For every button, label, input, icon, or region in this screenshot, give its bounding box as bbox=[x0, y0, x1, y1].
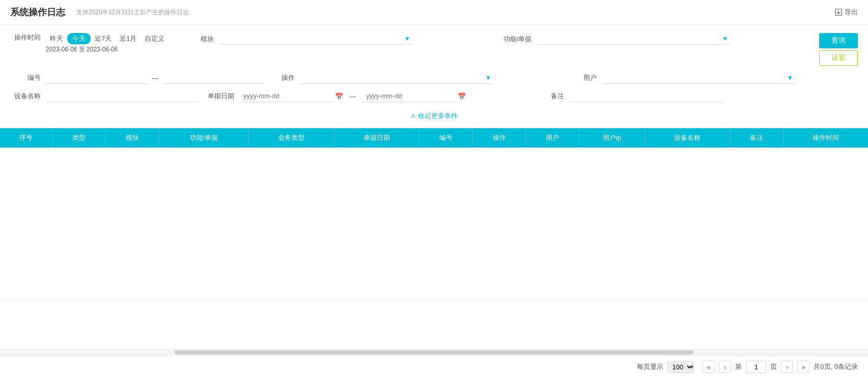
table-header-用户: 用户 bbox=[526, 128, 579, 148]
next-page-button[interactable]: › bbox=[781, 361, 793, 373]
date-end-input[interactable] bbox=[362, 90, 456, 102]
time-btn-custom[interactable]: 自定义 bbox=[141, 33, 169, 44]
prev-page-button[interactable]: ‹ bbox=[719, 361, 731, 373]
user-select[interactable]: ▼ bbox=[602, 72, 795, 84]
table-header-备注: 备注 bbox=[730, 128, 783, 148]
device-input[interactable] bbox=[46, 90, 199, 102]
operation-select[interactable]: ▼ bbox=[300, 72, 493, 84]
number-start-input[interactable] bbox=[46, 72, 148, 84]
calendar-icon-end[interactable]: 📅 bbox=[458, 93, 466, 100]
time-btn-today[interactable]: 今天 bbox=[67, 33, 91, 44]
operation-label: 操作 bbox=[264, 73, 300, 82]
table-header-操作: 操作 bbox=[472, 128, 525, 148]
table-header-单据日期: 单据日期 bbox=[334, 128, 419, 148]
number-label: 编号 bbox=[10, 73, 46, 82]
function-label: 功能/单据 bbox=[496, 35, 537, 44]
table-header-序号: 序号 bbox=[0, 128, 52, 148]
export-icon bbox=[834, 8, 843, 16]
time-btn-7days[interactable]: 近7天 bbox=[91, 33, 116, 44]
scrollbar-thumb[interactable] bbox=[175, 351, 693, 355]
page-suffix: 页 bbox=[770, 362, 777, 371]
table-header-设备名称: 设备名称 bbox=[645, 128, 730, 148]
page-title: 系统操作日志 bbox=[10, 6, 65, 18]
date-label: 单据日期 bbox=[199, 92, 239, 101]
function-select[interactable]: ▼ bbox=[537, 33, 731, 45]
function-dropdown-icon: ▼ bbox=[722, 35, 729, 42]
user-dropdown-icon: ▼ bbox=[787, 74, 793, 81]
time-label: 操作时间 bbox=[10, 33, 46, 42]
time-btn-yesterday[interactable]: 昨天 bbox=[46, 33, 67, 44]
table-header-类型: 类型 bbox=[52, 128, 105, 148]
note-label: 备注 bbox=[528, 92, 569, 101]
export-button[interactable]: 导出 bbox=[834, 8, 858, 17]
collapse-button[interactable]: ∧ 收起更多条件 bbox=[10, 108, 858, 124]
collapse-label: 收起更多条件 bbox=[418, 112, 458, 120]
table-header-编号: 编号 bbox=[419, 128, 472, 148]
time-range: 2023-06-06 至 2023-06-06 bbox=[46, 45, 169, 54]
horizontal-scrollbar[interactable] bbox=[0, 349, 868, 355]
time-btn-1month[interactable]: 近1月 bbox=[116, 33, 141, 44]
page-number-input[interactable] bbox=[746, 361, 766, 373]
export-label: 导出 bbox=[845, 8, 858, 17]
table-header-业务类型: 业务类型 bbox=[249, 128, 334, 148]
query-button[interactable]: 查询 bbox=[819, 33, 858, 48]
page-size-label: 每页显示 bbox=[637, 362, 663, 371]
date-start-input[interactable] bbox=[239, 90, 333, 102]
number-dash: — bbox=[148, 74, 162, 82]
page-subtitle: 支持2020年10月31日之后产生的操作日志 bbox=[76, 8, 189, 17]
data-table: 序号类型模块功能/单据业务类型单据日期编号操作用户用户ip设备名称备注操作时间 bbox=[0, 128, 868, 349]
table-header-功能/单据: 功能/单据 bbox=[159, 128, 248, 148]
module-dropdown-icon: ▼ bbox=[404, 35, 410, 42]
page-size-select[interactable]: 100 50 200 bbox=[667, 361, 694, 373]
number-end-input[interactable] bbox=[162, 72, 264, 84]
module-label: 模块 bbox=[183, 35, 219, 44]
user-label: 用户 bbox=[561, 73, 602, 82]
module-select[interactable]: ▼ bbox=[219, 33, 412, 45]
collapse-icon: ∧ bbox=[410, 112, 416, 120]
table-header-用户ip: 用户ip bbox=[579, 128, 645, 148]
date-dash: — bbox=[345, 93, 360, 100]
page-label: 第 bbox=[735, 362, 742, 371]
first-page-button[interactable]: « bbox=[703, 361, 715, 373]
page-total: 共0页, 0条记录 bbox=[814, 362, 858, 371]
operation-dropdown-icon: ▼ bbox=[485, 74, 491, 81]
calendar-icon-start[interactable]: 📅 bbox=[335, 93, 343, 100]
note-input[interactable] bbox=[569, 90, 722, 102]
table-header-模块: 模块 bbox=[106, 128, 159, 148]
pagination: 每页显示 100 50 200 ▼ « ‹ 第 页 › » 共0页, 0条记录 bbox=[0, 355, 868, 378]
settings-button[interactable]: 设置 bbox=[819, 50, 858, 66]
device-label: 设备名称 bbox=[10, 92, 46, 101]
table-header-操作时间: 操作时间 bbox=[783, 128, 868, 148]
empty-state bbox=[0, 148, 868, 300]
last-page-button[interactable]: » bbox=[797, 361, 809, 373]
